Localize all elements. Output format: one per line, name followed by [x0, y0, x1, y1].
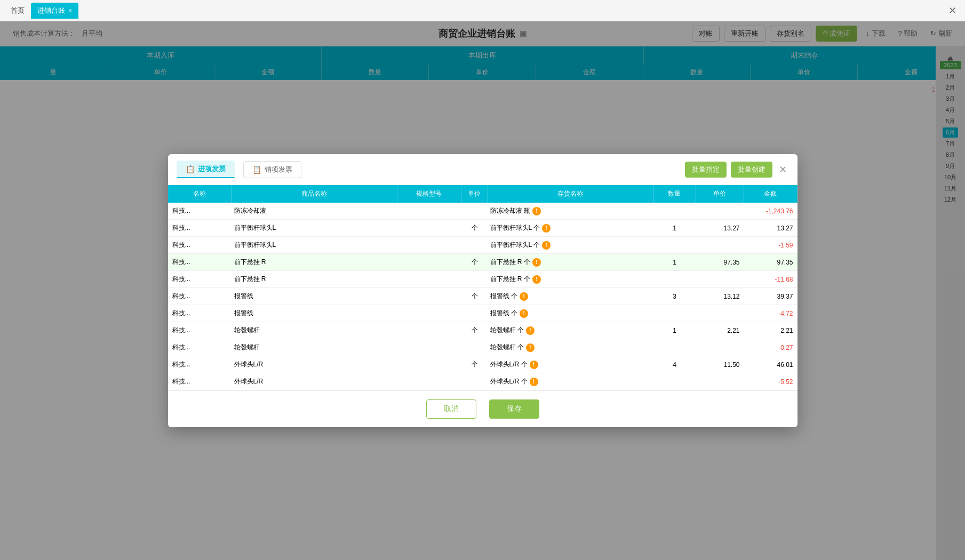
cell-stock-9: 外球头L/R 个!: [488, 356, 653, 373]
modal-dialog: 📋 进项发票 📋 销项发票 批量指定 批量创建 ✕ 名称 商品名称 规格型号: [168, 154, 797, 427]
cell-goods-7: 轮毂螺杆: [232, 322, 397, 339]
cell-goods-10: 外球头L/R: [232, 373, 397, 390]
col-header-unit: 单位: [461, 185, 488, 203]
cell-goods-2: 前平衡杆球头L: [232, 237, 397, 253]
cell-price-5: 13.12: [696, 289, 744, 304]
col-header-name: 名称: [168, 185, 232, 203]
cell-amount-7: 2.21: [744, 323, 797, 338]
cell-name-2: 科技...: [168, 237, 232, 253]
cell-amount-4: -11.68: [744, 272, 797, 287]
warn-icon: !: [526, 326, 535, 335]
top-bar: 首页 进销台账 × ✕: [0, 0, 965, 21]
cell-amount-1: 13.27: [744, 221, 797, 236]
warn-icon: !: [532, 275, 541, 284]
batch-create-button[interactable]: 批量创建: [731, 162, 772, 178]
table-row[interactable]: 科技... 报警线 个 报警线 个! 3 13.12 39.37: [168, 288, 797, 305]
cell-amount-8: -0.27: [744, 340, 797, 355]
cell-stock-4: 前下悬挂 R 个!: [488, 271, 653, 287]
cell-unit-0: [461, 207, 488, 215]
cell-price-0: [696, 207, 744, 215]
cell-qty-5: 3: [653, 289, 696, 304]
col-header-amount: 金额: [744, 185, 797, 203]
tab-outgoing-invoice[interactable]: 📋 销项发票: [243, 161, 301, 178]
cell-amount-9: 46.01: [744, 357, 797, 372]
table-row[interactable]: 科技... 防冻冷却液 防冻冷却液 瓶! -1,243.76: [168, 203, 797, 220]
cell-unit-5: 个: [461, 288, 488, 305]
table-row[interactable]: 科技... 外球头L/R 外球头L/R 个! -5.52: [168, 373, 797, 390]
cell-unit-10: [461, 378, 488, 386]
tab-incoming-invoice[interactable]: 📋 进项发票: [177, 161, 235, 178]
cell-name-8: 科技...: [168, 339, 232, 356]
cell-name-5: 科技...: [168, 288, 232, 305]
cell-unit-8: [461, 344, 488, 351]
tab-active[interactable]: 进销台账 ×: [31, 3, 78, 19]
cell-goods-8: 轮毂螺杆: [232, 339, 397, 356]
cell-amount-3: 97.35: [744, 255, 797, 270]
modal-close-button[interactable]: ✕: [777, 162, 789, 178]
cell-price-3: 97.35: [696, 255, 744, 270]
cancel-button[interactable]: 取消: [426, 399, 476, 419]
cell-spec-6: [397, 310, 461, 317]
cell-price-1: 13.27: [696, 221, 744, 236]
cell-unit-4: [461, 276, 488, 283]
table-row[interactable]: 科技... 前平衡杆球头L 个 前平衡杆球头L 个! 1 13.27 13.27: [168, 220, 797, 237]
cell-qty-8: [653, 344, 696, 351]
cell-amount-10: -5.52: [744, 374, 797, 389]
cell-price-2: [696, 242, 744, 249]
modal-table-body: 科技... 防冻冷却液 防冻冷却液 瓶! -1,243.76 科技... 前平衡…: [168, 203, 797, 390]
cell-price-4: [696, 276, 744, 283]
warn-icon: !: [520, 292, 528, 301]
cell-name-10: 科技...: [168, 373, 232, 390]
cell-qty-10: [653, 378, 696, 386]
cell-stock-0: 防冻冷却液 瓶!: [488, 203, 653, 219]
modal-table-header: 名称 商品名称 规格型号 单位 存货名称 数量 单价 金额: [168, 185, 797, 203]
cell-price-6: [696, 310, 744, 317]
warn-icon: !: [530, 378, 538, 386]
table-row[interactable]: 科技... 前下悬挂 R 前下悬挂 R 个! -11.68: [168, 271, 797, 288]
cell-spec-5: [397, 293, 461, 300]
table-row[interactable]: 科技... 前下悬挂 R 个 前下悬挂 R 个! 1 97.35 97.35: [168, 254, 797, 271]
warn-icon: !: [532, 258, 541, 267]
table-row[interactable]: 科技... 前平衡杆球头L 前平衡杆球头L 个! -1.59: [168, 237, 797, 254]
col-header-goods: 商品名称: [232, 185, 397, 203]
warn-icon: !: [532, 207, 541, 215]
cell-spec-0: [397, 207, 461, 215]
cell-unit-9: 个: [461, 356, 488, 373]
cell-price-8: [696, 344, 744, 351]
table-row[interactable]: 科技... 轮毂螺杆 个 轮毂螺杆 个! 1 2.21 2.21: [168, 322, 797, 339]
cell-qty-9: 4: [653, 357, 696, 372]
cell-stock-2: 前平衡杆球头L 个!: [488, 237, 653, 253]
save-button[interactable]: 保存: [489, 399, 539, 419]
cell-goods-1: 前平衡杆球头L: [232, 220, 397, 236]
cell-qty-3: 1: [653, 255, 696, 270]
cell-stock-8: 轮毂螺杆 个!: [488, 339, 653, 356]
main-area: 销售成本计算方法： 月平均 商贸企业进销台账 ▣ 对账 重新开账 存货别名 生成…: [0, 21, 965, 560]
table-row[interactable]: 科技... 报警线 报警线 个! -4.72: [168, 305, 797, 322]
cell-spec-4: [397, 276, 461, 283]
tab-close-icon[interactable]: ×: [68, 7, 72, 14]
col-header-price: 单价: [696, 185, 744, 203]
table-row[interactable]: 科技... 外球头L/R 个 外球头L/R 个! 4 11.50 46.01: [168, 356, 797, 373]
cell-name-3: 科技...: [168, 254, 232, 270]
window-close-button[interactable]: ✕: [944, 5, 961, 17]
cell-spec-8: [397, 344, 461, 351]
cell-stock-1: 前平衡杆球头L 个!: [488, 220, 653, 236]
warn-icon: !: [542, 224, 551, 233]
cell-amount-0: -1,243.76: [744, 204, 797, 219]
batch-assign-button[interactable]: 批量指定: [685, 162, 727, 178]
cell-qty-1: 1: [653, 221, 696, 236]
cell-unit-2: [461, 242, 488, 249]
table-row[interactable]: 科技... 轮毂螺杆 轮毂螺杆 个! -0.27: [168, 339, 797, 356]
cell-spec-2: [397, 242, 461, 249]
top-bar-right: ✕: [944, 5, 961, 17]
modal-footer: 取消 保存: [168, 390, 797, 427]
modal-overlay: 📋 进项发票 📋 销项发票 批量指定 批量创建 ✕ 名称 商品名称 规格型号: [0, 21, 965, 560]
cell-unit-6: [461, 310, 488, 317]
cell-unit-7: 个: [461, 322, 488, 339]
tab-home[interactable]: 首页: [4, 3, 31, 19]
cell-goods-6: 报警线: [232, 305, 397, 322]
cell-spec-1: [397, 225, 461, 232]
cell-qty-2: [653, 242, 696, 249]
cell-price-9: 11.50: [696, 357, 744, 372]
cell-name-4: 科技...: [168, 271, 232, 287]
